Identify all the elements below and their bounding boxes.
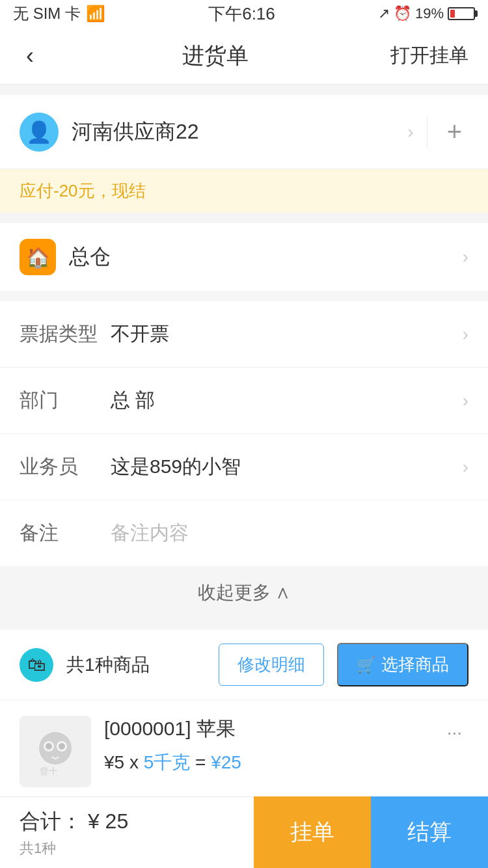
product-header: 🛍 共1种商品 修改明细 🛒 选择商品 — [0, 630, 488, 699]
invoice-type-row[interactable]: 票据类型 不开票 › — [0, 301, 488, 368]
total-count: 共1种 — [20, 839, 234, 858]
product-info: [0000001] 苹果 ¥5 x 5千克 = ¥25 — [104, 716, 441, 775]
product-bag-icon: 🛍 — [27, 654, 46, 675]
product-count-icon: 🛍 — [20, 648, 53, 682]
total-label: 合计： — [20, 809, 82, 833]
warehouse-section: 🏠 总仓 › — [0, 223, 488, 291]
supplier-chevron-icon: › — [407, 122, 413, 142]
supplier-section: 👤 河南供应商22 › + 应付-20元，现结 — [0, 95, 488, 213]
remark-placeholder: 备注内容 — [111, 520, 468, 547]
select-product-button[interactable]: 🛒 选择商品 — [337, 643, 468, 686]
hang-button[interactable]: 挂单 — [254, 796, 371, 868]
product-thumbnail: 督十 — [20, 716, 91, 787]
product-code: [0000001] — [104, 718, 191, 739]
supplier-avatar: 👤 — [20, 113, 59, 152]
svg-point-0 — [39, 732, 72, 765]
invoice-type-value: 不开票 — [111, 321, 463, 347]
product-count-text: 共1种商品 — [66, 653, 206, 677]
supplier-row[interactable]: 👤 河南供应商22 › + — [0, 95, 488, 169]
avatar-icon: 👤 — [26, 120, 52, 144]
warehouse-icon: 🏠 — [20, 239, 56, 275]
battery-percent: 19% — [415, 5, 444, 22]
section-gap-3 — [0, 291, 488, 301]
price-value: ¥5 — [104, 752, 124, 772]
wifi-icon: 📶 — [86, 5, 105, 23]
open-hang-button[interactable]: 打开挂单 — [390, 42, 468, 69]
add-button[interactable]: + — [441, 111, 468, 153]
svg-point-3 — [46, 743, 52, 750]
remark-label: 备注 — [20, 520, 111, 547]
invoice-chevron-icon: › — [463, 324, 468, 345]
invoice-type-label: 票据类型 — [20, 321, 111, 347]
carrier-text: 无 SIM 卡 — [13, 3, 81, 24]
bottom-bar: 合计： ¥ 25 共1种 挂单 结算 — [0, 796, 488, 868]
status-right: ↗ ⏰ 19% — [378, 5, 475, 22]
salesperson-row[interactable]: 业务员 这是859的小智 › — [0, 434, 488, 500]
total-section: 合计： ¥ 25 共1种 — [0, 796, 254, 868]
warehouse-icon-inner: 🏠 — [26, 246, 50, 269]
total-value: ¥ 25 — [88, 809, 128, 833]
cart-icon: 🛒 — [357, 656, 376, 674]
price-equals: = — [195, 752, 211, 772]
page-title: 进货单 — [182, 41, 249, 71]
nav-bar: ‹ 进货单 打开挂单 — [0, 27, 488, 85]
remark-row[interactable]: 备注 备注内容 — [0, 500, 488, 566]
location-icon: ↗ — [378, 5, 390, 22]
price-x: x — [129, 752, 144, 772]
department-label: 部门 — [20, 387, 111, 414]
warehouse-chevron-icon: › — [463, 247, 468, 267]
alarm-icon: ⏰ — [394, 5, 411, 22]
warehouse-name: 总仓 — [69, 243, 463, 271]
product-more-button[interactable]: ··· — [441, 716, 468, 750]
svg-point-4 — [59, 743, 65, 750]
salesperson-value: 这是859的小智 — [111, 454, 463, 480]
product-title: 苹果 — [197, 718, 236, 739]
status-left: 无 SIM 卡 📶 — [13, 3, 105, 24]
section-gap-1 — [0, 85, 488, 95]
salesperson-label: 业务员 — [20, 454, 111, 480]
vertical-divider — [427, 116, 427, 148]
select-product-label: 选择商品 — [381, 653, 449, 676]
back-button[interactable]: ‹ — [20, 36, 40, 76]
collapse-button[interactable]: 收起更多 ∧ — [0, 566, 488, 619]
salesperson-chevron-icon: › — [463, 457, 468, 478]
svg-text:督十: 督十 — [40, 766, 58, 776]
status-bar: 无 SIM 卡 📶 下午6:16 ↗ ⏰ 19% — [0, 0, 488, 27]
product-thumb-svg: 督十 — [29, 726, 81, 778]
section-gap-2 — [0, 213, 488, 223]
total-value: ¥25 — [211, 752, 241, 772]
product-price: ¥5 x 5千克 = ¥25 — [104, 750, 441, 775]
battery-icon — [448, 7, 475, 20]
department-chevron-icon: › — [463, 390, 468, 411]
status-time: 下午6:16 — [208, 3, 275, 25]
supplier-name: 河南供应商22 — [72, 118, 407, 146]
product-name: [0000001] 苹果 — [104, 716, 441, 742]
form-section: 票据类型 不开票 › 部门 总 部 › 业务员 这是859的小智 › 备注 备注… — [0, 301, 488, 566]
total-amount: 合计： ¥ 25 — [20, 807, 234, 836]
product-item: 督十 [0000001] 苹果 ¥5 x 5千克 = ¥25 ··· — [0, 699, 488, 803]
quantity-value: 5千克 — [144, 752, 191, 772]
warning-row: 应付-20元，现结 — [0, 169, 488, 213]
department-row[interactable]: 部门 总 部 › — [0, 368, 488, 434]
warehouse-row[interactable]: 🏠 总仓 › — [0, 223, 488, 291]
department-value: 总 部 — [111, 387, 463, 414]
checkout-button[interactable]: 结算 — [371, 796, 488, 868]
edit-detail-button[interactable]: 修改明细 — [219, 644, 324, 686]
